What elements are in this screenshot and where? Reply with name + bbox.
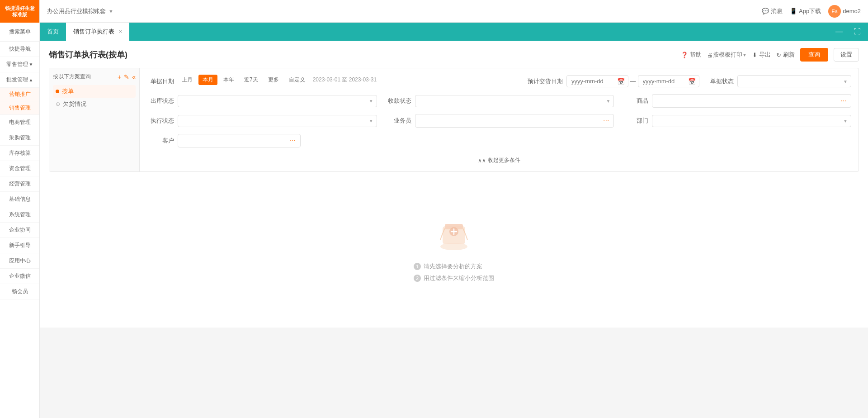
payment-status-select-wrapper	[415, 95, 614, 107]
salesman-input[interactable]	[420, 118, 603, 124]
query-button[interactable]: 查询	[800, 48, 828, 62]
filter-field-goods: 商品 ···	[621, 94, 851, 108]
payment-status-label: 收款状态	[384, 97, 411, 105]
department-select[interactable]	[652, 115, 851, 127]
goods-input-wrapper: ···	[652, 94, 851, 108]
tab-minimize-button[interactable]: —	[832, 28, 846, 36]
sidebar-item-marketing[interactable]: 营销推广	[0, 88, 39, 101]
date-btn-last-month[interactable]: 上月	[178, 75, 197, 85]
sidebar-item-enterprise[interactable]: 企业协同	[0, 223, 39, 238]
sidebar-item-wholesale[interactable]: 批发管理 ▲	[0, 72, 39, 88]
sidebar-item-sales[interactable]: 销售管理	[0, 101, 39, 115]
app-download-label: App下载	[799, 7, 821, 15]
filter-row-1: 单据日期 上月 本月 本年 近7天 更多 自定义 2023-03-01 至 20…	[147, 75, 851, 88]
warehouse-status-select[interactable]	[178, 95, 377, 107]
filter-scheme-qianHuo[interactable]: ⊙ 欠货情况	[53, 98, 136, 110]
date-btn-custom[interactable]: 自定义	[285, 75, 309, 85]
department-label: 部门	[621, 117, 648, 125]
expected-date-range: 📅 — 📅	[566, 75, 699, 87]
filter-panel: 按以下方案查询 + ✎ « 按单 ⊙ 欠货情况	[49, 68, 859, 172]
page-actions: ❓ 帮助 🖨 按模板打印 ▼ ⬇ 导出 ↻ 刷新	[681, 48, 859, 62]
sidebar-item-member[interactable]: 畅会员	[0, 284, 39, 299]
date-btn-this-month[interactable]: 本月	[198, 75, 217, 85]
tab-maximize-button[interactable]: ⛶	[850, 28, 864, 36]
logo-text: 畅捷通好生意 标准版	[5, 5, 35, 18]
breadcrumb-text: 办公用品行业模拟账套	[47, 7, 106, 15]
filter-scheme-anDan[interactable]: 按单	[53, 85, 136, 98]
tab-sales-order-exec[interactable]: 销售订单执行表 ×	[66, 23, 129, 41]
filter-row-3: 执行状态 业务员 ···	[147, 114, 851, 128]
content-area: 销售订单执行表(按单) ❓ 帮助 🖨 按模板打印 ▼ ⬇ 导出	[40, 41, 868, 418]
customer-input[interactable]	[183, 138, 290, 144]
search-menu-button[interactable]: 搜索菜单	[3, 26, 37, 38]
empty-state: 1 请先选择要分析的方案 2 用过滤条件来缩小分析范围	[49, 172, 859, 320]
filter-field-payment-status: 收款状态	[384, 95, 614, 107]
date-range-separator: —	[630, 78, 636, 85]
expected-date-start-wrapper: 📅	[566, 75, 628, 87]
topbar-right: 💬 消息 📱 App下载 Ea demo2	[762, 5, 861, 18]
filter-edit-icon[interactable]: ✎	[124, 73, 129, 81]
order-status-select[interactable]	[737, 75, 851, 87]
sidebar-item-basic[interactable]: 基础信息	[0, 192, 39, 207]
sidebar-item-finance[interactable]: 资金管理	[0, 161, 39, 176]
date-btn-more[interactable]: 更多	[264, 75, 283, 85]
goods-label: 商品	[621, 97, 648, 105]
collapse-button[interactable]: ∧∧ 收起更多条件	[478, 157, 520, 164]
tip-num-1: 1	[414, 263, 421, 270]
collapse-row: ∧∧ 收起更多条件	[147, 154, 851, 165]
message-button[interactable]: 💬 消息	[762, 7, 783, 15]
refresh-icon: ↻	[776, 52, 781, 58]
sidebar-item-purchase[interactable]: 采购管理	[0, 130, 39, 146]
refresh-button[interactable]: ↻ 刷新	[776, 51, 795, 59]
tip-text-1: 请先选择要分析的方案	[424, 261, 482, 272]
print-label[interactable]: 按模板打印	[713, 51, 742, 59]
retail-arrow-icon: ▼	[29, 62, 33, 67]
filter-fields-panel: 单据日期 上月 本月 本年 近7天 更多 自定义 2023-03-01 至 20…	[140, 68, 859, 171]
breadcrumb-dropdown-icon[interactable]: ▼	[108, 9, 113, 14]
export-button[interactable]: ⬇ 导出	[752, 51, 771, 59]
sidebar-item-quick-nav[interactable]: 快捷导航	[0, 42, 39, 57]
goods-input[interactable]	[657, 98, 840, 104]
sidebar-item-system[interactable]: 系统管理	[0, 207, 39, 223]
message-label: 消息	[771, 7, 783, 15]
help-icon: ❓	[681, 52, 688, 58]
filter-field-salesman: 业务员 ···	[384, 114, 614, 128]
execute-status-label: 执行状态	[147, 117, 174, 125]
goods-dots[interactable]: ···	[840, 97, 846, 105]
tab-close-icon[interactable]: ×	[119, 28, 122, 35]
sidebar-item-newbie[interactable]: 新手引导	[0, 238, 39, 253]
payment-status-select[interactable]	[415, 95, 614, 107]
expected-date-label: 预计交货日期	[528, 77, 563, 86]
filter-field-expected-date: 预计交货日期 📅 — 📅	[528, 75, 699, 87]
filter-add-icon[interactable]: +	[118, 73, 121, 81]
avatar: Ea	[828, 5, 841, 18]
warehouse-status-select-wrapper	[178, 95, 377, 107]
main-area: 办公用品行业模拟账套 ▼ 💬 消息 📱 App下载 Ea demo2 首页	[40, 0, 868, 418]
sidebar-item-ecommerce[interactable]: 电商管理	[0, 115, 39, 130]
sidebar-item-retail[interactable]: 零售管理 ▼	[0, 57, 39, 72]
app-download-button[interactable]: 📱 App下载	[790, 7, 821, 15]
salesman-dots[interactable]: ···	[603, 117, 609, 125]
help-button[interactable]: ❓ 帮助	[681, 51, 702, 59]
settings-button[interactable]: 设置	[834, 48, 859, 62]
sidebar-item-inventory[interactable]: 库存核算	[0, 146, 39, 161]
print-dropdown-icon[interactable]: ▼	[742, 52, 747, 57]
empty-tip-1: 1 请先选择要分析的方案	[414, 261, 494, 272]
date-btn-7days[interactable]: 近7天	[240, 75, 262, 85]
salesman-input-wrapper: ···	[415, 114, 614, 128]
filter-collapse-icon[interactable]: «	[132, 73, 136, 81]
execute-status-select[interactable]	[178, 115, 377, 127]
sidebar-logo: 畅捷通好生意 标准版	[0, 0, 39, 23]
tab-home[interactable]: 首页	[40, 23, 66, 41]
scheme-dot-icon	[56, 90, 59, 93]
sidebar-item-appstore[interactable]: 应用中心	[0, 253, 39, 269]
empty-illustration	[431, 208, 476, 253]
customer-dots[interactable]: ···	[290, 137, 296, 145]
expected-date-start-icon: 📅	[617, 78, 625, 85]
sidebar-item-wechat[interactable]: 企业微信	[0, 269, 39, 284]
filter-field-order-status: 单据状态	[707, 75, 851, 87]
user-profile-button[interactable]: Ea demo2	[828, 5, 861, 18]
date-btn-this-year[interactable]: 本年	[219, 75, 238, 85]
sidebar-item-operation[interactable]: 经营管理	[0, 176, 39, 192]
export-icon: ⬇	[752, 52, 757, 58]
